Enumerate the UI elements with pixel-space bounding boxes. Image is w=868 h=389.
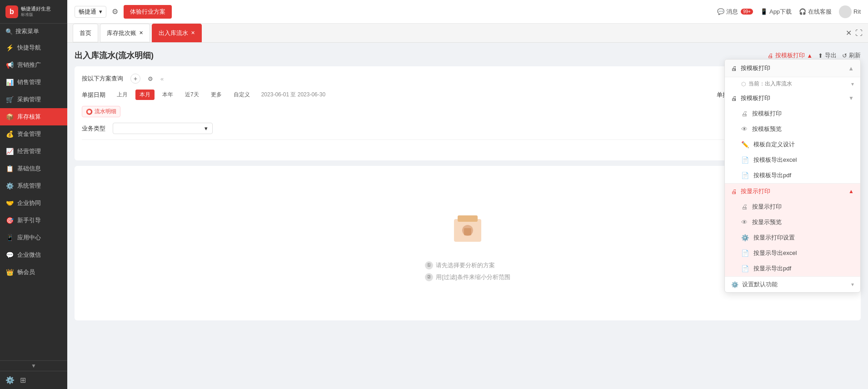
date-quick-select: 上月 本月 本年 近7天 更多 自定义 2023-06-01 至 2023-06… [113,90,325,100]
sidebar-item-marketing[interactable]: 📢 营销推广 [0,56,67,74]
tab-home[interactable]: 首页 [73,24,98,42]
print-template-label: 按模板打印 [775,51,805,60]
sidebar-logo: b 畅捷通好生意 标准版 [0,0,67,24]
biz-type-chevron-icon: ▾ [205,125,208,132]
sidebar-item-wechat[interactable]: 💬 企业微信 [0,246,67,264]
refresh-button[interactable]: ↺ 刷新 [842,51,861,60]
sidebar-item-quick-nav[interactable]: ⚡ 快捷导航 [0,39,67,56]
tprev-label: 按模板预览 [752,125,782,133]
tab-batch-label: 库存批次账 [107,29,136,37]
template-export-pdf-item[interactable]: 📄 按模板导出pdf [725,168,860,183]
display-print-header[interactable]: 🖨 按显示打印 ▲ [725,184,860,199]
date-btn-custom[interactable]: 自定义 [229,90,254,100]
sidebar-item-inventory[interactable]: 📦 库存核算 [0,108,67,125]
scroll-down-icon: ▼ [31,363,36,369]
date-btn-7-days[interactable]: 近7天 [181,90,203,100]
purchase-icon: 🛒 [5,96,14,103]
tab-batch-account[interactable]: 库存批次账 ✕ [100,24,150,42]
online-service-button[interactable]: 🎧 在线客服 [799,8,832,16]
display-section-label: 按显示打印 [741,187,770,195]
sidebar-item-purchase[interactable]: 🛒 采购管理 [0,91,67,108]
sidebar-item-sales[interactable]: 📊 销售管理 [0,74,67,91]
message-button[interactable]: 💬 消息 99+ [717,8,753,16]
sidebar-search[interactable]: 🔍 搜索菜单 [0,24,67,39]
version-label: 标准版 [21,12,51,18]
print-template-button[interactable]: 🖨 按模板打印 ▲ [768,51,813,60]
tab-inout-label: 出入库流水 [159,29,188,37]
date-btn-more[interactable]: 更多 [207,90,226,100]
texcel-icon: 📄 [741,156,749,164]
settings-bottom-icon[interactable]: ⚙️ [5,376,15,384]
svg-rect-3 [464,228,471,235]
active-filter-tag: ⭕ 流水明细 [82,106,120,117]
template-section-icon: 🖨 [731,95,737,102]
guide-icon: 🎯 [5,217,14,224]
sidebar-item-label: 系统管理 [17,182,41,190]
tab-batch-close[interactable]: ✕ [139,30,143,36]
message-icon: 💬 [717,8,724,15]
sidebar-item-system[interactable]: ⚙️ 系统管理 [0,177,67,194]
tab-inout-flow[interactable]: 出入库流水 ✕ [152,24,202,42]
sidebar: b 畅捷通好生意 标准版 🔍 搜索菜单 ⚡ 快捷导航 📢 营销推广 📊 销售管理… [0,0,67,389]
sidebar-item-enterprise[interactable]: 🤝 企业协同 [0,194,67,212]
page-title: 出入库流水(流水明细) [75,50,154,61]
template-print-section: 🖨 按模板打印 ▼ 🖨 按模板打印 👁 按模板预览 ✏️ 模板自定义设计 📄 按… [725,90,860,184]
filter-settings-icon[interactable]: ⚙ [148,75,153,82]
operations-icon: 📈 [5,148,14,155]
sidebar-scroll-down[interactable]: ▼ [0,360,67,371]
template-print-item[interactable]: 🖨 按模板打印 [725,106,860,121]
tip-item-1: ① 请先选择要分析的方案 [425,261,510,269]
display-print-item[interactable]: 🖨 按显示打印 [725,199,860,214]
template-custom-item[interactable]: ✏️ 模板自定义设计 [725,137,860,152]
search-label: 搜索菜单 [15,27,39,35]
sidebar-item-label: 销售管理 [17,78,41,86]
user-name: Rit [853,8,861,15]
account-selector[interactable]: 畅捷通 ▾ [75,6,106,18]
date-btn-this-year[interactable]: 本年 [158,90,177,100]
add-filter-button[interactable]: + [130,74,140,84]
template-print-header[interactable]: 🖨 按模板打印 ▼ [725,90,860,106]
collapse-sidebar-icon[interactable]: ⊞ [20,376,26,384]
user-avatar-button[interactable]: Rit [839,5,861,18]
sidebar-item-vip[interactable]: 👑 畅会员 [0,264,67,281]
sidebar-item-finance[interactable]: 💰 资金管理 [0,125,67,143]
print-dropdown-panel: 🖨 按模板打印 ▲ ⬡ 当前：出入库流水 ▾ 🖨 按模板打印 ▼ 🖨 按模板打印… [724,59,861,293]
current-item-row: ⬡ 当前：出入库流水 ▾ [725,77,860,90]
inventory-icon: 📦 [5,113,14,120]
tab-inout-close[interactable]: ✕ [191,30,195,36]
date-btn-last-month[interactable]: 上月 [113,90,132,100]
app-download-label: App下载 [769,8,792,16]
header-settings-icon[interactable]: ⚙ [112,7,118,16]
display-print-section: 🖨 按显示打印 ▲ 🖨 按显示打印 👁 按显示预览 ⚙️ 按显示打印设置 📄 按… [725,184,860,277]
export-icon: ⬆ [818,52,823,59]
display-export-excel-item[interactable]: 📄 按显示导出excel [725,245,860,261]
template-preview-item[interactable]: 👁 按模板预览 [725,121,860,137]
dropdown-header: 🖨 按模板打印 ▲ [725,60,860,77]
dpsett-label: 按显示打印设置 [753,234,795,242]
tpi-icon: 🖨 [741,110,748,117]
display-export-pdf-item[interactable]: 📄 按显示导出pdf [725,261,860,276]
date-btn-this-month[interactable]: 本月 [135,90,155,100]
sidebar-item-app-center[interactable]: 📱 应用中心 [0,229,67,246]
dropdown-footer[interactable]: ⚙️ 设置默认功能 ▾ [725,277,860,292]
sidebar-item-operations[interactable]: 📈 经营管理 [0,143,67,160]
display-print-settings-item[interactable]: ⚙️ 按显示打印设置 [725,230,860,245]
footer-settings-icon: ⚙️ [731,281,738,288]
tpi-label: 按模板打印 [752,110,782,118]
app-download-button[interactable]: 📱 App下载 [760,8,792,16]
biz-type-select[interactable]: ▾ [113,123,213,134]
sidebar-item-basic[interactable]: 📋 基础信息 [0,160,67,177]
tab-close-all-icon[interactable]: ✕ [846,29,852,37]
tab-home-label: 首页 [80,29,91,37]
sidebar-item-guide[interactable]: 🎯 新手引导 [0,212,67,229]
header-right: 💬 消息 99+ 📱 App下载 🎧 在线客服 Rit [717,5,861,18]
template-export-excel-item[interactable]: 📄 按模板导出excel [725,152,860,168]
filter-collapse-icon[interactable]: « [160,75,164,82]
tab-fullscreen-icon[interactable]: ⛶ [855,29,863,37]
trial-industry-button[interactable]: 体验行业方案 [124,5,172,19]
date-label: 单据日期 [82,91,105,99]
export-button[interactable]: ⬆ 导出 [818,51,837,60]
display-preview-item[interactable]: 👁 按显示预览 [725,214,860,230]
tcust-icon: ✏️ [741,141,749,148]
dropdown-chevron-up-icon[interactable]: ▲ [848,65,854,72]
